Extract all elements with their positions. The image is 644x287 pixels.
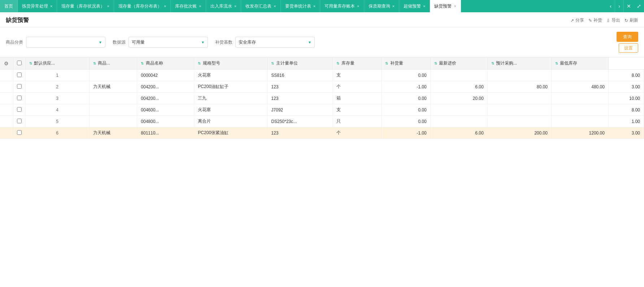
row-stock-cell: 0.00 (382, 116, 430, 127)
row-latest-price-cell (487, 104, 551, 116)
row-gear-cell (0, 93, 13, 104)
replenish-base-arrow-icon: ▼ (308, 40, 312, 44)
replenish-action[interactable]: ✎ 补货 (588, 17, 602, 23)
tab-close-available-ledger[interactable]: × (357, 4, 359, 8)
col-replenish[interactable]: ⇅ 补货量 (382, 57, 430, 70)
col-latest-price[interactable]: ⇅ 最新进价 (430, 57, 487, 70)
row-checkbox-cell[interactable] (13, 93, 25, 104)
tab-close-inventory-status[interactable]: × (107, 4, 109, 8)
tab-close-collection-summary[interactable]: × (274, 4, 276, 8)
tab-close-overstock-warning[interactable]: × (423, 4, 425, 8)
tab-collection-summary[interactable]: 收发存汇总表 × (241, 0, 280, 12)
export-icon: ⇩ (606, 18, 610, 23)
row-supplier-cell (89, 93, 137, 104)
row-num-cell: 5 (25, 116, 89, 127)
tab-batch-anomaly[interactable]: 拣货异常处理 × (18, 0, 57, 12)
row-checkbox-5[interactable] (17, 119, 22, 123)
category-arrow-icon: ▼ (99, 40, 102, 44)
datasource-select[interactable]: 可用量 ▼ (129, 37, 208, 48)
tab-close-inventory-dist[interactable]: × (164, 4, 166, 8)
row-checkbox-3[interactable] (17, 96, 22, 100)
tab-batch-account[interactable]: 库存批次账 × (171, 0, 206, 12)
col-spec[interactable]: ⇅ 规格型号 (194, 57, 267, 70)
sort-name-icon: ⇅ (141, 61, 144, 65)
tab-available-ledger[interactable]: 可用量库存账本 × (320, 0, 364, 12)
row-code-cell: 004200... (137, 93, 194, 104)
refresh-action[interactable]: ↻ 刷新 (625, 17, 638, 23)
row-num-cell: 6 (25, 127, 89, 139)
tab-close-requisition-stats[interactable]: × (313, 4, 316, 8)
col-code[interactable]: ⇅ 商品... (89, 57, 137, 70)
row-stock-cell: 0.00 (382, 104, 430, 116)
settings-button[interactable]: 设置 (619, 43, 638, 53)
col-name[interactable]: ⇅ 商品名称 (137, 57, 194, 70)
select-all-checkbox[interactable] (17, 61, 22, 65)
col-stock[interactable]: ⇅ 库存量 (333, 57, 382, 70)
row-supplier-cell: 力天机械 (89, 127, 137, 139)
tab-next-btn[interactable]: › (615, 0, 624, 12)
row-checkbox-cell[interactable] (13, 127, 25, 139)
row-estimated-cell (551, 93, 608, 104)
tab-close-shortage-warning[interactable]: × (454, 4, 456, 8)
row-checkbox-1[interactable] (17, 72, 22, 77)
tab-close-expiry-query[interactable]: × (392, 4, 395, 8)
tab-close-batch-account[interactable]: × (199, 4, 201, 8)
row-replenish-cell: 6.00 (430, 127, 487, 139)
sort-supplier-icon: ⇅ (29, 61, 32, 65)
tab-inventory-dist[interactable]: 现存量（库存分布表） × (114, 0, 171, 12)
datasource-arrow-icon: ▼ (201, 40, 205, 44)
tab-requisition-stats[interactable]: 要货单统计表 × (281, 0, 320, 12)
replenish-base-select[interactable]: 安全库存 ▼ (235, 37, 315, 48)
table-row: 1 0000042 火花塞 SS816 支 0.00 8.00 (0, 70, 644, 81)
tab-home[interactable]: 首页 (0, 0, 18, 12)
row-checkbox-cell[interactable] (13, 116, 25, 127)
tab-prev-btn[interactable]: ‹ (606, 0, 615, 12)
col-supplier[interactable]: ⇅ 默认供应... (25, 57, 89, 70)
col-gear[interactable]: ⚙ (0, 57, 13, 70)
header-actions: ↗ 分享 ✎ 补货 ⇩ 导出 ↻ 刷新 (570, 17, 638, 23)
tab-close-batch-anomaly[interactable]: × (50, 4, 52, 8)
tab-close-all-btn[interactable]: ✕ (624, 0, 634, 12)
row-stock-cell: -1.00 (382, 127, 430, 139)
col-estimated-purchase[interactable]: ⇅ 预计采购... (487, 57, 551, 70)
shortage-table: ⚙ ⇅ 默认供应... ⇅ 商品... ⇅ 商品名称 (0, 57, 644, 139)
query-button[interactable]: 查询 (617, 32, 638, 42)
col-unit[interactable]: ⇅ 主计量单位 (267, 57, 333, 70)
row-min-stock-cell: 3.00 (608, 127, 644, 139)
category-select[interactable]: ▼ (26, 37, 105, 48)
row-code-cell: 004800... (137, 116, 194, 127)
refresh-icon: ↻ (625, 18, 628, 23)
tab-close-in-out-flow[interactable]: × (234, 4, 236, 8)
export-action[interactable]: ⇩ 导出 (606, 17, 620, 23)
table-body: 1 0000042 火花塞 SS816 支 0.00 8.00 2 力天机械 0… (0, 70, 644, 139)
tab-bar: 首页 拣货异常处理 × 现存量（库存状况表） × 现存量（库存分布表） × 库存… (0, 0, 644, 12)
tab-expand-btn[interactable]: ⤢ (634, 0, 644, 12)
row-unit-cell: 只 (333, 116, 382, 127)
tab-shortage-warning[interactable]: 缺货预警 × (430, 0, 461, 12)
row-checkbox-cell[interactable] (13, 81, 25, 93)
row-gear-cell (0, 104, 13, 116)
share-action[interactable]: ↗ 分享 (570, 17, 584, 23)
row-checkbox-cell[interactable] (13, 104, 25, 116)
sort-stock-icon: ⇅ (336, 61, 339, 65)
filter-actions: 查询 设置 (617, 32, 638, 53)
tab-overstock-warning[interactable]: 超储预警 × (399, 0, 430, 12)
row-unit-cell: 个 (333, 127, 382, 139)
row-checkbox-2[interactable] (17, 84, 22, 89)
gear-icon[interactable]: ⚙ (4, 61, 9, 66)
datasource-filter-group: 数据源 可用量 ▼ (113, 37, 208, 48)
row-name-cell: 火花塞 (194, 104, 267, 116)
tab-in-out-flow[interactable]: 出入库流水 × (206, 0, 241, 12)
row-name-cell: 离合片 (194, 116, 267, 127)
col-checkbox (13, 57, 25, 70)
col-min-stock[interactable]: ⇅ 最低库存 (551, 57, 608, 70)
tab-inventory-status[interactable]: 现存量（库存状况表） × (57, 0, 114, 12)
tab-expiry-query[interactable]: 保质期查询 × (364, 0, 399, 12)
row-checkbox-4[interactable] (17, 107, 22, 112)
row-num-cell: 1 (25, 70, 89, 81)
row-checkbox-6[interactable] (17, 130, 22, 135)
row-name-cell: PC200张紧油缸 (194, 127, 267, 139)
row-gear-cell (0, 70, 13, 81)
row-min-stock-cell: 3.00 (608, 81, 644, 93)
row-checkbox-cell[interactable] (13, 70, 25, 81)
